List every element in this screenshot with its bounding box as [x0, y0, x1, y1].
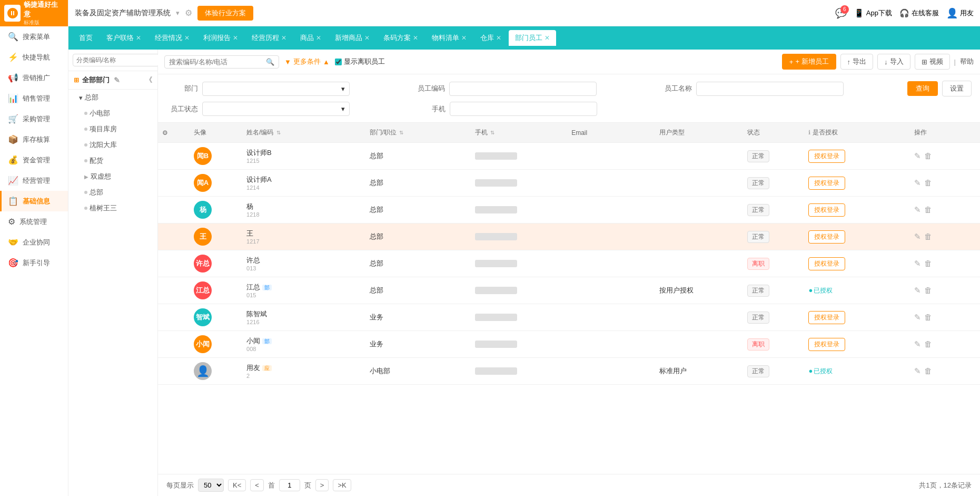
- resigned-checkbox-input[interactable]: [335, 59, 342, 65]
- sidebar-item-basic-info[interactable]: 📋 基础信息: [0, 191, 68, 211]
- settings-icon[interactable]: ⚙: [185, 8, 192, 18]
- delete-icon[interactable]: 🗑: [924, 259, 932, 268]
- per-page-select[interactable]: 50: [198, 479, 224, 492]
- dept-search-input[interactable]: [73, 54, 159, 66]
- first-page-btn[interactable]: K<: [228, 479, 246, 491]
- auth-login-button[interactable]: 授权登录: [808, 230, 845, 244]
- tab-process[interactable]: 经营历程✕: [245, 30, 293, 46]
- close-tab-icon[interactable]: ✕: [184, 34, 190, 42]
- close-tab-icon[interactable]: ✕: [496, 34, 501, 42]
- tree-item-zongbu2[interactable]: 总部: [68, 184, 157, 200]
- tree-item-zongbu[interactable]: ▾ 总部: [68, 90, 157, 105]
- delete-icon[interactable]: 🗑: [924, 178, 932, 188]
- search-icon[interactable]: 🔍: [266, 58, 274, 66]
- try-solution-button[interactable]: 体验行业方案: [197, 6, 253, 21]
- search-input[interactable]: [169, 58, 264, 66]
- tab-barcode[interactable]: 条码方案✕: [377, 30, 424, 46]
- online-service-btn[interactable]: 🎧 在线客服: [899, 8, 939, 18]
- add-employee-button[interactable]: + + 新增员工: [782, 54, 836, 70]
- message-btn[interactable]: 💬 6: [835, 7, 847, 19]
- delete-icon[interactable]: 🗑: [924, 339, 932, 349]
- tab-department-employee[interactable]: 部门员工✕: [509, 30, 556, 46]
- export-button[interactable]: ↑ 导出: [840, 54, 874, 70]
- close-tab-icon[interactable]: ✕: [364, 34, 370, 42]
- th-name[interactable]: 姓名/编码 ⇅: [242, 123, 365, 143]
- import-button[interactable]: ↓ 导入: [877, 54, 910, 70]
- delete-icon[interactable]: 🗑: [924, 151, 932, 161]
- sidebar-item-collab[interactable]: 🤝 企业协同: [0, 232, 68, 252]
- last-page-btn[interactable]: >K: [333, 479, 351, 491]
- more-conditions-btn[interactable]: ▼ 更多条件 ▲: [284, 57, 330, 66]
- delete-icon[interactable]: 🗑: [924, 286, 932, 295]
- sidebar-item-guide[interactable]: 🎯 新手引导: [0, 252, 68, 273]
- tab-bom[interactable]: 物料清单✕: [425, 30, 473, 46]
- close-tab-icon[interactable]: ✕: [316, 34, 321, 42]
- edit-icon[interactable]: ✎: [914, 205, 921, 215]
- close-tab-icon[interactable]: ✕: [136, 34, 141, 42]
- set-button[interactable]: 设置: [942, 81, 972, 96]
- auth-login-button[interactable]: 授权登录: [808, 203, 845, 217]
- tree-item-shuangxuxiang[interactable]: ▶ 双虚想: [68, 169, 157, 184]
- auth-login-button[interactable]: 授权登录: [808, 338, 845, 351]
- page-input[interactable]: [279, 479, 300, 491]
- emp-name-input[interactable]: [696, 82, 844, 96]
- auth-login-button[interactable]: 授权登录: [808, 177, 845, 190]
- edit-icon[interactable]: ✎: [914, 286, 921, 295]
- tree-item-project[interactable]: 项目库房: [68, 121, 157, 137]
- edit-icon[interactable]: ✎: [914, 259, 921, 268]
- search-box[interactable]: 🔍: [164, 55, 279, 69]
- emp-code-input[interactable]: [449, 82, 597, 96]
- close-tab-icon[interactable]: ✕: [233, 34, 238, 42]
- edit-icon[interactable]: ✎: [914, 313, 921, 322]
- close-tab-icon[interactable]: ✕: [413, 34, 418, 42]
- auth-login-button[interactable]: 授权登录: [808, 311, 845, 324]
- tab-add-goods[interactable]: 新增商品✕: [329, 30, 376, 46]
- close-tab-icon[interactable]: ✕: [461, 34, 467, 42]
- prev-page-btn[interactable]: <: [250, 479, 264, 491]
- app-download-btn[interactable]: 📱 App下载: [854, 8, 892, 18]
- sidebar-item-quicknav[interactable]: ⚡ 快捷导航: [0, 47, 68, 67]
- sidebar-item-finance[interactable]: 💰 资金管理: [0, 150, 68, 170]
- delete-icon[interactable]: 🗑: [924, 313, 932, 322]
- dept-edit-icon[interactable]: ✎: [114, 76, 120, 84]
- edit-icon[interactable]: ✎: [914, 178, 921, 188]
- close-tab-icon[interactable]: ✕: [545, 34, 550, 42]
- delete-icon[interactable]: 🗑: [924, 232, 932, 241]
- emp-status-select[interactable]: [202, 102, 350, 116]
- show-resigned-checkbox[interactable]: 显示离职员工: [335, 57, 385, 66]
- help-label[interactable]: 帮助: [960, 57, 974, 66]
- sidebar-item-sales[interactable]: 📊 销售管理: [0, 88, 68, 109]
- view-button[interactable]: ⊞ 视频: [915, 54, 950, 70]
- tree-item-peihuo[interactable]: 配货: [68, 153, 157, 169]
- sidebar-item-operations[interactable]: 📈 经营管理: [0, 170, 68, 191]
- tab-customer[interactable]: 客户联络✕: [100, 30, 147, 46]
- next-page-btn[interactable]: >: [315, 479, 329, 491]
- tab-goods[interactable]: 商品✕: [294, 30, 328, 46]
- edit-icon[interactable]: ✎: [914, 339, 921, 349]
- delete-icon[interactable]: 🗑: [924, 366, 932, 376]
- sidebar-item-search[interactable]: 🔍 搜索菜单: [0, 26, 68, 47]
- tab-warehouse[interactable]: 仓库✕: [474, 30, 508, 46]
- delete-icon[interactable]: 🗑: [924, 205, 932, 215]
- query-button[interactable]: 查询: [907, 81, 938, 96]
- tree-item-shenyang[interactable]: 沈阳大库: [68, 137, 157, 153]
- phone-input[interactable]: [450, 102, 597, 116]
- topbar-dropdown-icon[interactable]: ▾: [176, 9, 180, 17]
- auth-login-button[interactable]: 授权登录: [808, 257, 845, 270]
- edit-icon[interactable]: ✎: [914, 366, 921, 376]
- th-phone[interactable]: 手机 ⇅: [471, 123, 567, 143]
- dept-collapse-icon[interactable]: 《: [145, 75, 152, 85]
- sidebar-item-inventory[interactable]: 📦 库存核算: [0, 129, 68, 150]
- auth-login-button[interactable]: 授权登录: [808, 150, 845, 163]
- tab-home[interactable]: 首页: [73, 30, 99, 46]
- sidebar-item-purchase[interactable]: 🛒 采购管理: [0, 109, 68, 129]
- left-panel-header[interactable]: ⊞ 全部部门 ✎ 《: [68, 71, 157, 90]
- th-settings[interactable]: ⚙: [158, 123, 190, 143]
- help-icon[interactable]: |: [954, 58, 956, 66]
- sidebar-item-marketing[interactable]: 📢 营销推广: [0, 67, 68, 88]
- sidebar-item-system[interactable]: ⚙ 系统管理: [0, 211, 68, 232]
- dept-select[interactable]: [202, 82, 350, 96]
- tab-business[interactable]: 经营情况✕: [149, 30, 196, 46]
- tree-item-xiaodianbu[interactable]: 小电部: [68, 105, 157, 121]
- edit-icon[interactable]: ✎: [914, 151, 921, 161]
